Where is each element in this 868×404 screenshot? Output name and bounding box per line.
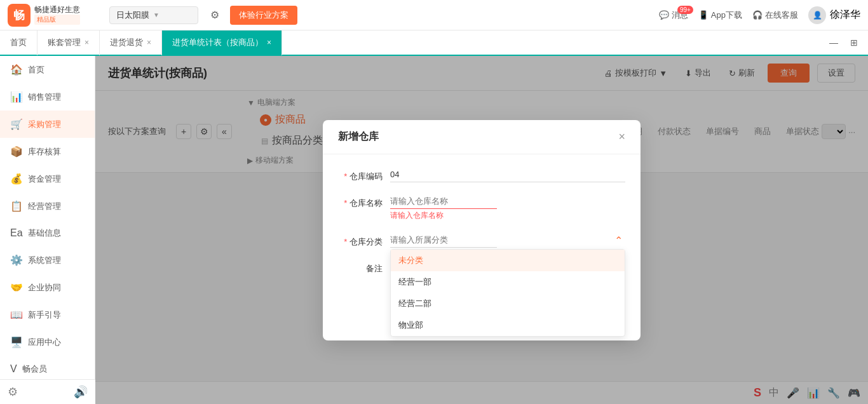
guide-icon: 📖 [10,309,23,321]
settings-icon[interactable]: ⚙ [205,5,225,25]
tab-home[interactable]: 首页 [0,30,37,55]
app-download-label: App下载 [711,10,742,21]
dropdown-item-1[interactable]: 经营一部 [391,271,625,293]
sidebar-settings-icon[interactable]: ⚙ [8,385,18,399]
sidebar-item-guide[interactable]: 📖 新手引导 [0,301,95,328]
inventory-icon: 📦 [10,145,23,158]
form-row-code: 仓库编码 [338,167,625,182]
ops-icon: 📋 [10,200,23,212]
sidebar-item-member[interactable]: V 畅会员 [0,356,95,382]
store-name: 日太阳膜 [116,10,149,21]
main-layout: 🏠 首页 📊 销售管理 🛒 采购管理 📦 库存核算 💰 资金管理 📋 经 [0,56,868,404]
tab-stats-label: 进货单统计表（按商品） [172,37,263,48]
home-icon: 🏠 [10,64,23,76]
sidebar-ops-label: 经营管理 [28,201,61,212]
tab-actions: — ⊞ [825,34,868,51]
category-label: 仓库分类 [338,232,383,248]
notification-badge: 99+ [677,6,693,14]
sidebar-item-sales[interactable]: 📊 销售管理 [0,83,95,111]
sidebar-basic-label: 基础信息 [28,227,61,239]
tab-account-close[interactable]: × [85,38,89,47]
sidebar-sales-label: 销售管理 [28,91,61,103]
notification-item[interactable]: 💬 消息 99+ [659,10,688,21]
category-dropdown-icon[interactable]: ⌃ [614,234,623,246]
name-input-wrapper: 请输入仓库名称 [390,194,625,221]
sidebar-item-home[interactable]: 🏠 首页 [0,56,95,83]
tab-home-label: 首页 [10,37,27,48]
tab-stats-close[interactable]: × [267,38,271,47]
user-area[interactable]: 👤 徐泽华 [808,6,860,24]
sidebar-purchase-label: 采购管理 [28,119,61,130]
store-selector[interactable]: 日太阳膜 ▼ [109,6,198,24]
app-icon: 🖥️ [10,336,23,348]
headset-icon: 🎧 [752,10,763,20]
sidebar-nav: 🏠 首页 📊 销售管理 🛒 采购管理 📦 库存核算 💰 资金管理 📋 经 [0,56,95,404]
modal-header: 新增仓库 × [323,120,641,154]
message-icon: 💬 [659,10,669,20]
sidebar-app-label: 应用中心 [28,337,61,348]
category-dropdown-menu: 未分类 经营一部 经营二部 物业部 [390,249,625,337]
name-input[interactable] [390,194,497,209]
name-error-msg: 请输入仓库名称 [390,210,625,221]
modal-body: 仓库编码 仓库名称 请输入仓库名称 仓库分类 [323,154,641,304]
form-row-category: 仓库分类 ⌃ 未分类 经营一部 经营二部 物业部 [338,232,625,248]
tab-return-label: 进货退货 [110,37,143,48]
dropdown-item-3[interactable]: 物业部 [391,314,625,336]
code-label: 仓库编码 [338,167,383,182]
sidebar-item-inventory[interactable]: 📦 库存核算 [0,138,95,165]
online-service-item[interactable]: 🎧 在线客服 [752,10,798,21]
tab-stats[interactable]: 进货单统计表（按商品） × [162,30,282,55]
basic-icon: Ea [10,227,23,239]
tab-account[interactable]: 账套管理 × [37,30,100,55]
sidebar-item-basic[interactable]: Ea 基础信息 [0,220,95,246]
top-header: 畅 畅捷通好生意 精品版 日太阳膜 ▼ ⚙ 体验行业方案 💬 消息 99+ 📱 … [0,0,868,30]
tab-return-close[interactable]: × [147,38,151,47]
chevron-down-icon: ▼ [153,11,159,18]
sidebar-guide-label: 新手引导 [28,309,61,321]
purchase-icon: 🛒 [10,118,23,130]
sidebar-bottom: ⚙ 🔊 [0,379,95,404]
sidebar-audio-icon[interactable]: 🔊 [74,385,88,399]
user-name: 徐泽华 [830,8,860,22]
trial-button[interactable]: 体验行业方案 [230,6,297,25]
member-icon: V [10,363,17,375]
left-sidebar: 🏠 首页 📊 销售管理 🛒 采购管理 📦 库存核算 💰 资金管理 📋 经 [0,56,95,404]
finance-icon: 💰 [10,173,23,185]
form-row-name: 仓库名称 请输入仓库名称 [338,194,625,221]
dropdown-item-2[interactable]: 经营二部 [391,293,625,314]
sidebar-item-purchase[interactable]: 🛒 采购管理 [0,111,95,138]
logo-title: 畅捷通好生意 [34,5,80,15]
add-warehouse-modal: 新增仓库 × 仓库编码 仓库名称 请输入仓库名称 [323,120,641,340]
tab-minimize-btn[interactable]: — [825,34,843,51]
app-download-item[interactable]: 📱 App下载 [698,10,742,21]
sidebar-system-label: 系统管理 [28,255,61,266]
logo-area: 畅 畅捷通好生意 精品版 [8,4,103,27]
sidebar-item-finance[interactable]: 💰 资金管理 [0,165,95,192]
sidebar-item-system[interactable]: ⚙️ 系统管理 [0,246,95,274]
sidebar-inventory-label: 库存核算 [28,146,61,158]
system-icon: ⚙️ [10,254,23,266]
tab-expand-btn[interactable]: ⊞ [845,34,863,51]
category-input-wrapper: ⌃ 未分类 经营一部 经营二部 物业部 [390,232,625,248]
sidebar-item-app[interactable]: 🖥️ 应用中心 [0,328,95,356]
category-input[interactable] [390,232,497,248]
sidebar-home-label: 首页 [28,64,44,76]
logo-icon: 畅 [8,4,31,27]
tab-account-label: 账套管理 [48,37,81,48]
sidebar-item-ops[interactable]: 📋 经营管理 [0,192,95,220]
modal-overlay: 新增仓库 × 仓库编码 仓库名称 请输入仓库名称 [95,56,868,404]
sidebar-member-label: 畅会员 [22,363,47,375]
sidebar-collab-label: 企业协同 [28,282,61,293]
sidebar-item-collab[interactable]: 🤝 企业协同 [0,274,95,301]
modal-close-btn[interactable]: × [618,131,625,142]
collab-icon: 🤝 [10,281,23,293]
dropdown-item-0[interactable]: 未分类 [391,250,625,271]
tab-bar: 首页 账套管理 × 进货退货 × 进货单统计表（按商品） × — ⊞ [0,30,868,56]
logo-badge: 精品版 [34,15,80,25]
sidebar-finance-label: 资金管理 [28,173,61,185]
sales-icon: 📊 [10,91,23,103]
tab-return[interactable]: 进货退货 × [100,30,162,55]
user-avatar: 👤 [808,6,826,24]
online-service-label: 在线客服 [765,10,798,21]
code-input[interactable] [390,167,625,182]
